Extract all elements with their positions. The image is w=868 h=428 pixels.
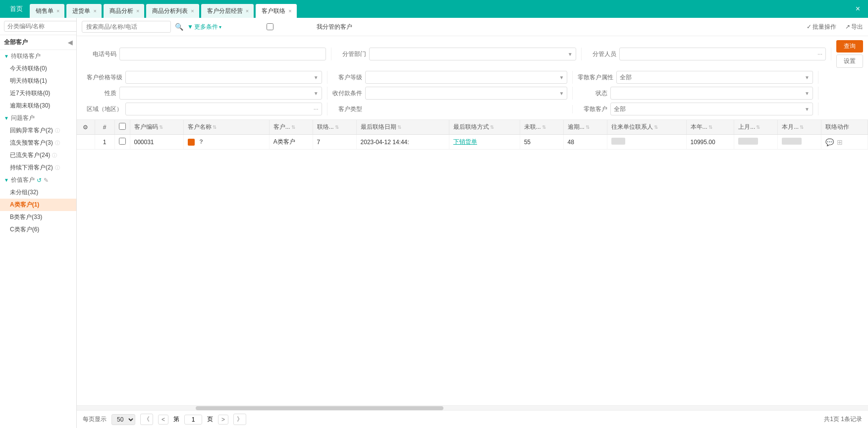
filter-phone-label: 电话号码 [87,50,116,58]
refresh-icon[interactable]: ↺ [37,177,42,184]
select-all-checkbox[interactable] [119,123,126,130]
filter-price-level-select[interactable]: ▼ [125,71,322,84]
search-input[interactable] [82,21,171,33]
filter-scatter-select[interactable]: 全部 ▼ [610,103,813,115]
tab-goods-analysis[interactable]: 商品分析 × [104,4,144,18]
tab-customer-contact-close[interactable]: × [288,8,291,14]
tab-customer-segment[interactable]: 客户分层经营 × [201,4,254,18]
sort-icon-overdue[interactable]: ⇅ [586,124,590,130]
filter-nature-select[interactable]: ▼ [119,87,322,100]
sort-icon-contact[interactable]: ⇅ [335,124,339,130]
th-customer-name[interactable]: 客户名称 ⇅ [183,120,269,135]
tab-purchase-close[interactable]: × [93,8,96,14]
sidebar-item-a-class[interactable]: A类客户(1) [0,199,76,211]
row-check[interactable] [114,135,130,150]
tab-goods-analysis-close[interactable]: × [136,8,139,14]
filter-manager-dots[interactable]: ··· [817,51,822,57]
next-page-button[interactable]: > [218,415,228,425]
sidebar-item-week-pending[interactable]: 近7天待联络(0) [0,87,76,100]
row-last-method[interactable]: 下销货单 [449,135,520,150]
tab-customer-segment-close[interactable]: × [246,8,249,14]
sidebar-group-pending[interactable]: ▼ 待联络客户 [0,50,76,62]
my-customers-check[interactable] [225,23,315,30]
sort-icon-method[interactable]: ⇅ [490,124,494,130]
sidebar-all-customers[interactable]: 全部客户 ◀ [0,35,76,50]
th-this-month[interactable]: 本月... ⇅ [778,120,821,135]
edit-icon[interactable]: ✎ [44,177,49,184]
filter-status-select[interactable]: ▼ [610,87,813,100]
th-gear[interactable]: ⚙ [77,120,95,135]
th-this-year[interactable]: 本年... ⇅ [686,120,734,135]
batch-op-button[interactable]: ✓ 批量操作 [807,23,836,31]
sidebar-group-problem[interactable]: ▼ 问题客户 [0,112,76,124]
last-method-link[interactable]: 下销货单 [453,138,477,145]
sidebar-item-churned[interactable]: 已流失客户(24) ⓘ [0,149,76,161]
th-no-contact[interactable]: 未联... ⇅ [520,120,563,135]
chat-icon[interactable]: 💬 [825,138,834,146]
filter-scatter-attr-select[interactable]: 全部 ▼ [616,71,813,84]
sidebar-item-tomorrow-pending[interactable]: 明天待联络(1) [0,75,76,87]
th-company-contact[interactable]: 往来单位联系人 ⇅ [607,120,686,135]
home-tab[interactable]: 首页 [4,0,29,18]
sidebar-item-c-class[interactable]: C类客户(6) [0,223,76,236]
tab-goods-analysis-list-close[interactable]: × [191,8,194,14]
sidebar-search-input[interactable] [4,21,77,32]
tab-goods-analysis-list[interactable]: 商品分析列表 × [146,4,199,18]
th-contact[interactable]: 联络... ⇅ [313,120,356,135]
sidebar-item-b-class[interactable]: B类客户(33) [0,211,76,223]
th-last-method[interactable]: 最后联络方式 ⇅ [449,120,520,135]
row-checkbox[interactable] [119,138,126,145]
gear-icon[interactable]: ⚙ [83,124,88,131]
my-customers-checkbox[interactable]: 我分管的客户 [225,23,352,31]
window-close-button[interactable]: × [852,4,864,13]
sidebar-collapse-icon[interactable]: ◀ [68,39,72,46]
scrollbar-thumb[interactable] [196,406,443,410]
sort-icon-company[interactable]: ⇅ [654,124,658,130]
filter-manager-select[interactable]: ··· [619,48,826,60]
tab-sales-close[interactable]: × [56,8,59,14]
filter-region-dots[interactable]: ··· [314,106,319,112]
export-button[interactable]: ↗ 导出 [845,23,863,31]
sidebar-item-declining[interactable]: 持续下滑客户(2) ⓘ [0,161,76,174]
filter-phone-input[interactable] [119,48,326,60]
filter-dept-select[interactable]: ▼ [369,48,576,60]
sidebar-item-churn-warning[interactable]: 流失预警客户(3) ⓘ [0,137,76,149]
page-size-select[interactable]: 50 [111,414,135,425]
row-customer-name[interactable]: ？ [183,135,269,150]
th-customer-type[interactable]: 客户... ⇅ [269,120,313,135]
tab-purchase[interactable]: 进货单 × [66,4,101,18]
query-button[interactable]: 查询 [836,40,863,53]
sort-icon-lastmonth[interactable]: ⇅ [756,124,760,130]
sidebar-item-today-pending[interactable]: 今天待联络(0) [0,62,76,75]
first-page-button[interactable]: 《 [140,414,153,425]
sidebar-group-value[interactable]: ▼ 价值客户 ↺ ✎ [0,174,76,186]
filter-region-select[interactable]: ··· [125,103,322,115]
filter-customer-level-select[interactable]: ▼ [365,71,568,84]
sort-icon-year[interactable]: ⇅ [708,124,712,130]
sort-icon-thismonth[interactable]: ⇅ [800,124,804,130]
sort-icon-code[interactable]: ⇅ [159,124,163,130]
sidebar-item-overdue-pending[interactable]: 逾期未联络(30) [0,100,76,112]
filter-scatter-label: 零散客户 [578,105,607,113]
filter-payment-select[interactable]: ▼ [365,87,568,100]
page-number-input[interactable] [184,415,202,425]
more-filter-button[interactable]: ▼ 更多条件 ▾ [187,23,221,31]
th-last-month[interactable]: 上月... ⇅ [734,120,778,135]
last-page-button[interactable]: 》 [233,414,246,425]
sort-icon-name[interactable]: ⇅ [213,124,217,130]
qr-icon[interactable]: ⊞ [837,138,843,146]
tab-customer-contact[interactable]: 客户联络 × [256,4,296,18]
tab-sales[interactable]: 销售单 × [30,4,64,18]
sort-icon-type[interactable]: ⇅ [291,124,295,130]
th-check[interactable] [114,120,130,135]
th-customer-code[interactable]: 客户编码 ⇅ [130,120,183,135]
sidebar-item-repurchase[interactable]: 回购异常客户(2) ⓘ [0,124,76,137]
sort-icon-nocontact[interactable]: ⇅ [542,124,546,130]
search-button[interactable]: 🔍 [175,23,183,31]
th-last-date[interactable]: 最后联络日期 ⇅ [356,120,449,135]
th-overdue[interactable]: 逾期... ⇅ [563,120,607,135]
sidebar-item-ungroup[interactable]: 未分组(32) [0,186,76,199]
setting-button[interactable]: 设置 [836,54,863,68]
prev-page-button[interactable]: < [158,415,168,425]
sort-icon-date[interactable]: ⇅ [397,124,401,130]
